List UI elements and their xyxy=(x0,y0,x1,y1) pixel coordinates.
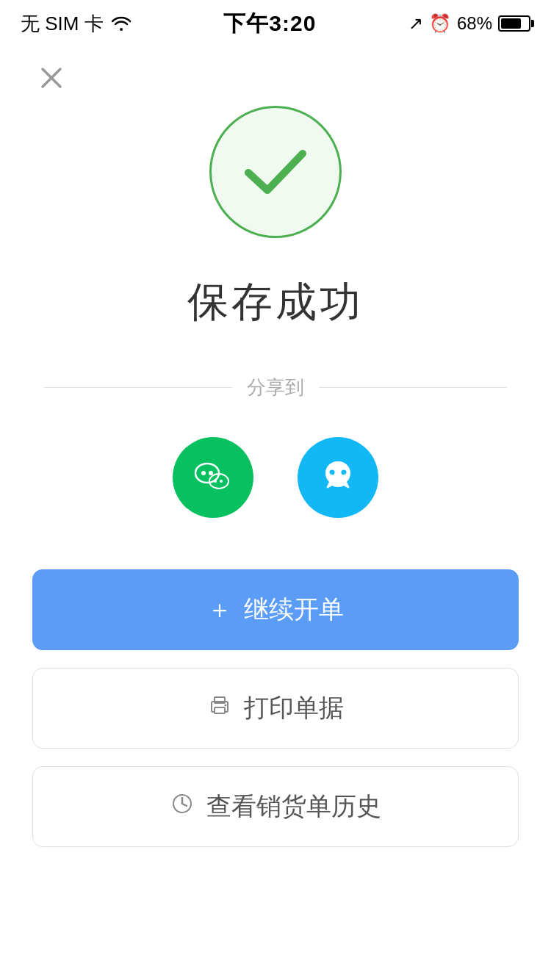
wifi-icon xyxy=(111,16,132,31)
battery-icon xyxy=(498,15,530,32)
svg-point-4 xyxy=(209,471,213,475)
carrier-text: 无 SIM 卡 xyxy=(21,11,104,37)
svg-point-11 xyxy=(343,473,347,479)
svg-point-15 xyxy=(225,705,227,707)
svg-point-3 xyxy=(201,471,206,475)
checkmark-icon xyxy=(242,146,309,198)
continue-button[interactable]: ＋ 继续开单 xyxy=(32,569,519,650)
print-label: 打印单据 xyxy=(244,691,344,725)
battery-fill xyxy=(501,18,521,29)
history-label: 查看销货单历史 xyxy=(206,790,381,824)
history-icon xyxy=(170,791,195,822)
success-title: 保存成功 xyxy=(187,275,364,331)
share-divider: 分享到 xyxy=(0,375,551,400)
svg-point-10 xyxy=(328,473,333,479)
action-buttons: ＋ 继续开单 打印单据 查看销货单历史 xyxy=(0,569,551,847)
alarm-icon: ⏰ xyxy=(429,13,451,34)
share-icons xyxy=(173,437,378,518)
divider-line-left xyxy=(44,387,232,388)
battery-text: 68% xyxy=(457,13,492,34)
success-circle xyxy=(209,106,342,238)
main-content: 保存成功 分享到 xyxy=(0,47,551,847)
qq-share-button[interactable] xyxy=(298,437,378,518)
qq-icon xyxy=(316,455,360,500)
svg-point-7 xyxy=(220,480,223,483)
divider-line-right xyxy=(319,387,507,388)
print-button[interactable]: 打印单据 xyxy=(32,668,519,749)
wechat-icon xyxy=(191,455,235,500)
status-bar: 无 SIM 卡 下午3:20 ↗ ⏰ 68% xyxy=(0,0,551,47)
location-icon: ↗ xyxy=(408,13,423,34)
status-time: 下午3:20 xyxy=(223,9,316,39)
continue-icon: ＋ xyxy=(207,593,232,627)
svg-rect-14 xyxy=(215,707,225,713)
status-right: ↗ ⏰ 68% xyxy=(408,13,530,34)
share-label: 分享到 xyxy=(232,375,319,400)
history-button[interactable]: 查看销货单历史 xyxy=(32,766,519,847)
status-left: 无 SIM 卡 xyxy=(21,11,132,37)
continue-label: 继续开单 xyxy=(244,593,344,627)
close-button[interactable] xyxy=(32,59,71,97)
wechat-share-button[interactable] xyxy=(173,437,253,518)
print-icon xyxy=(207,693,232,724)
svg-point-6 xyxy=(214,480,217,483)
